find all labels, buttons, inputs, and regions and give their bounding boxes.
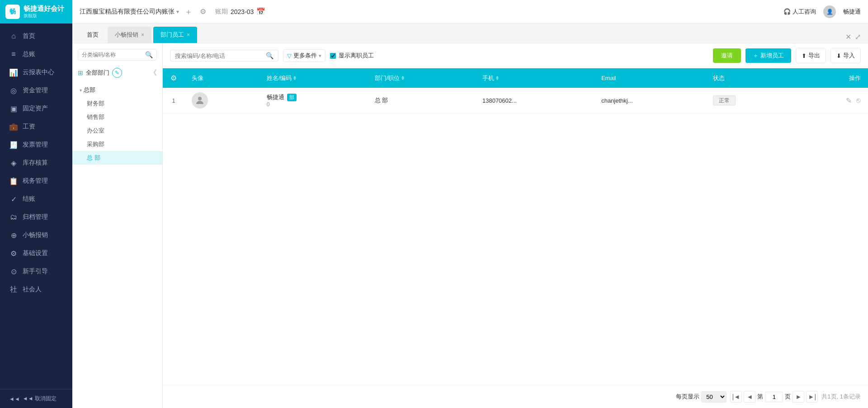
filter-label: 更多条件 <box>293 52 317 60</box>
sidebar-item-settlement[interactable]: ✓ 结账 <box>0 190 72 208</box>
dept-item-finance[interactable]: 财务部 <box>72 97 162 110</box>
search-icon[interactable]: 🔍 <box>266 52 274 59</box>
invoice-icon: 🧾 <box>9 140 18 149</box>
sidebar-item-settings[interactable]: ⚙ 基础设置 <box>0 244 72 262</box>
person-icon <box>194 95 205 106</box>
sidebar-item-account[interactable]: 社 社会人 <box>0 280 72 299</box>
tab-close-all-icon[interactable]: ✕ <box>845 33 851 41</box>
account-icon: 社 <box>9 285 18 294</box>
row-actions: ✎ ⎋ <box>796 88 868 114</box>
topbar-company[interactable]: 江西服宝精品有限责任公司内账张 ▾ <box>80 8 179 16</box>
sidebar-item-guide[interactable]: ⊙ 新手引导 <box>0 262 72 280</box>
sidebar-item-label: 税务管理 <box>23 177 48 185</box>
show-resigned-checkbox[interactable]: 显示离职员工 <box>330 52 374 60</box>
calendar-icon[interactable]: 📅 <box>256 7 265 16</box>
export-icon: ⬆ <box>802 52 807 59</box>
tab-home[interactable]: 首页 <box>80 27 106 43</box>
filter-icon: ▽ <box>287 52 292 59</box>
sidebar-item-label: 资金管理 <box>23 86 48 95</box>
export-button[interactable]: ⬆ 导出 <box>796 48 826 63</box>
sidebar-item-expense[interactable]: ⊕ 小畅报销 <box>0 226 72 244</box>
dept-item-general[interactable]: 总 部 <box>72 151 162 165</box>
sidebar-item-inventory[interactable]: ◈ 库存核算 <box>0 154 72 172</box>
service-button[interactable]: 🎧 人工咨询 <box>783 8 816 16</box>
dept-search: 🔍 <box>78 49 157 61</box>
close-icon[interactable]: × <box>141 32 144 38</box>
show-resigned-input[interactable] <box>330 53 336 59</box>
add-employee-button[interactable]: ＋ 新增员工 <box>745 48 791 63</box>
right-panel: 🔍 ▽ 更多条件 ▾ 显示离职员工 邀请 ＋ 新增员工 ⬆ 导出 ⬇ <box>163 43 868 408</box>
import-label: 导入 <box>843 52 855 60</box>
topbar-period: 账期 2023-03 📅 <box>215 7 265 16</box>
dept-item-purchase[interactable]: 采购部 <box>72 138 162 151</box>
tab-expand-icon[interactable]: ⤢ <box>855 33 861 41</box>
col-name[interactable]: 姓名/编码 <box>259 68 368 88</box>
row-dept: 总 部 <box>368 88 475 114</box>
sidebar-item-label: 云报表中心 <box>23 68 54 76</box>
invite-button[interactable]: 邀请 <box>713 48 741 63</box>
sidebar-item-tax[interactable]: 📋 税务管理 <box>0 172 72 190</box>
sidebar-item-home[interactable]: ⌂ 首页 <box>0 27 72 45</box>
avatar: 👤 <box>823 5 836 18</box>
sidebar-item-ledger[interactable]: ≡ 总账 <box>0 45 72 63</box>
logout-icon[interactable]: ⎋ <box>856 96 861 105</box>
last-page-button[interactable]: ►| <box>806 391 818 403</box>
import-icon: ⬇ <box>836 52 841 59</box>
page-total: 共1页, 1条记录 <box>821 393 861 401</box>
table-settings-icon[interactable]: ⚙ <box>170 74 177 82</box>
col-phone[interactable]: 手机 <box>475 68 594 88</box>
row-email: chanjethkj... <box>594 88 706 114</box>
dept-edit-button[interactable]: ✎ <box>112 68 122 78</box>
guide-icon: ⊙ <box>9 267 18 276</box>
col-dept[interactable]: 部门/职位 <box>368 68 475 88</box>
dept-item-sales[interactable]: 销售部 <box>72 110 162 124</box>
dept-group-label: 总部 <box>84 86 95 94</box>
add-employee-label: 新增员工 <box>760 52 784 60</box>
sidebar-item-salary[interactable]: 💼 工资 <box>0 118 72 136</box>
employee-table-wrap: ⚙ 头像 姓名/编码 <box>163 68 868 385</box>
sidebar-item-reports[interactable]: 📊 云报表中心 <box>0 63 72 81</box>
sort-dept-icon <box>401 76 404 80</box>
employee-table: ⚙ 头像 姓名/编码 <box>163 68 868 114</box>
import-button[interactable]: ⬇ 导入 <box>830 48 861 63</box>
sidebar-item-label: 基础设置 <box>23 249 48 257</box>
close-icon[interactable]: × <box>187 32 190 38</box>
sidebar-nav: ⌂ 首页 ≡ 总账 📊 云报表中心 ◎ 资金管理 ▣ 固定资产 💼 工资 🧾 发… <box>0 24 72 389</box>
settings-gear-icon[interactable]: ⚙ <box>198 5 208 18</box>
dept-tree: ▾ 总部 财务部 销售部 办公室 采购部 总 部 <box>72 81 162 166</box>
add-company-button[interactable]: ＋ <box>183 5 194 19</box>
dept-all-item[interactable]: ⊞ 全部部门 ✎ 《 <box>72 64 162 81</box>
edit-icon[interactable]: ✎ <box>846 96 852 105</box>
tab-expense[interactable]: 小畅报销 × <box>108 27 151 43</box>
tab-expense-label: 小畅报销 <box>115 31 138 39</box>
row-status: 正常 <box>706 88 796 114</box>
settings-icon: ⚙ <box>9 249 18 258</box>
tax-icon: 📋 <box>9 176 18 185</box>
pin-icon: ◄◄ <box>9 396 20 402</box>
sort-phone-icon <box>496 76 499 80</box>
sidebar-item-invoice[interactable]: 🧾 发票管理 <box>0 136 72 154</box>
dept-search-input[interactable] <box>82 52 143 58</box>
main-content: 🔍 ⊞ 全部部门 ✎ 《 ▾ 总部 财务部 销售部 办公室 采购部 总 部 🔍 <box>72 43 868 408</box>
sidebar-pin-toggle[interactable]: ◄◄ ◄◄ 取消固定 <box>0 389 72 408</box>
page-number-input[interactable] <box>765 392 783 402</box>
employee-code: 0 <box>267 101 360 108</box>
first-page-button[interactable]: |◄ <box>730 391 742 403</box>
dept-item-office[interactable]: 办公室 <box>72 124 162 138</box>
username[interactable]: 畅捷通 <box>843 8 861 16</box>
search-icon[interactable]: 🔍 <box>145 51 153 58</box>
sidebar-item-archive[interactable]: 🗂 归档管理 <box>0 208 72 226</box>
page-size-dropdown[interactable]: 50 100 200 <box>701 391 726 403</box>
prev-page-button[interactable]: ◄ <box>744 391 755 403</box>
collapse-icon[interactable]: 《 <box>150 68 157 78</box>
sort-name-icon <box>293 76 296 80</box>
employee-search-input[interactable] <box>175 52 263 59</box>
sidebar-item-fixed-assets[interactable]: ▣ 固定资产 <box>0 100 72 118</box>
sidebar-item-label: 新手引导 <box>23 267 48 275</box>
dept-group-head: ▾ 总部 <box>72 83 162 97</box>
tab-dept-employees[interactable]: 部门员工 × <box>153 27 197 43</box>
reports-icon: 📊 <box>9 68 18 77</box>
next-page-button[interactable]: ► <box>793 391 804 403</box>
filter-button[interactable]: ▽ 更多条件 ▾ <box>283 49 326 62</box>
sidebar-item-funds[interactable]: ◎ 资金管理 <box>0 81 72 100</box>
